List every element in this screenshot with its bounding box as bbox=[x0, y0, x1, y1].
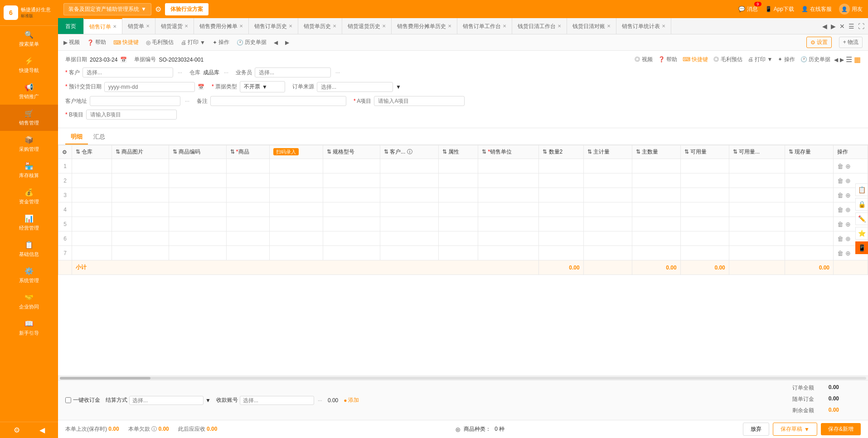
tab-invoice-history[interactable]: 销货单历史 ✕ bbox=[298, 18, 342, 34]
tab-close-icon-6[interactable]: ✕ bbox=[333, 18, 336, 34]
project-b-input[interactable] bbox=[86, 110, 177, 120]
row-4-image[interactable] bbox=[112, 202, 169, 217]
row-7-customer-code[interactable] bbox=[380, 246, 438, 260]
row-4-product[interactable] bbox=[226, 202, 269, 217]
row-2-spec[interactable] bbox=[323, 173, 380, 188]
row-6-available1[interactable] bbox=[680, 231, 729, 246]
view-video-btn[interactable]: ▶ 视频 bbox=[63, 39, 80, 46]
system-selector[interactable]: 装备及固定资产辅助管理系统 ▼ bbox=[63, 3, 151, 15]
row-3-main-qty[interactable] bbox=[632, 188, 680, 202]
shortcut-btn[interactable]: ⌨ 快捷键 bbox=[113, 39, 139, 46]
row-5-stock[interactable] bbox=[785, 217, 833, 231]
settings-btn[interactable]: ⚙ 设置 bbox=[806, 37, 832, 48]
sidebar-item-system[interactable]: ⚙️ 系统管理 bbox=[0, 262, 58, 289]
delivery-calendar-icon[interactable]: 📅 bbox=[198, 84, 204, 90]
row-4-unit[interactable] bbox=[478, 202, 539, 217]
row-3-unit[interactable] bbox=[478, 188, 539, 202]
row-5-main-unit[interactable] bbox=[583, 217, 632, 231]
row-3-product[interactable] bbox=[226, 188, 269, 202]
tab-close-icon-11[interactable]: ✕ bbox=[607, 18, 611, 34]
sidebar-item-purchase[interactable]: 📦 采购管理 bbox=[0, 131, 58, 157]
row-6-customer-code[interactable] bbox=[380, 231, 438, 246]
row-2-customer-code[interactable] bbox=[380, 173, 438, 188]
print-form-icon[interactable]: 🖨 打印 ▼ bbox=[748, 56, 773, 63]
right-panel-btn-4[interactable]: ⭐ bbox=[855, 227, 868, 240]
tab-close-icon-12[interactable]: ✕ bbox=[662, 18, 665, 34]
row-3-qty2[interactable] bbox=[539, 188, 583, 202]
customer-dots[interactable]: ··· bbox=[178, 69, 182, 76]
app-download-link[interactable]: 📱 App下载 bbox=[765, 5, 794, 13]
delete-icon-1[interactable]: 🗑 bbox=[837, 163, 844, 170]
ticket-select[interactable]: 不开票 ▼ bbox=[240, 81, 285, 92]
row-3-warehouse[interactable] bbox=[72, 188, 112, 202]
row-6-stock[interactable] bbox=[785, 231, 833, 246]
tab-close-icon-8[interactable]: ✕ bbox=[448, 18, 451, 34]
tab-sales-return[interactable]: 销货退货 ✕ bbox=[155, 18, 194, 34]
row-6-sku[interactable] bbox=[169, 231, 226, 246]
tab-sales-order[interactable]: 销售订单 ✕ bbox=[84, 18, 122, 34]
delivery-input[interactable] bbox=[104, 82, 195, 92]
row-7-product[interactable] bbox=[226, 246, 269, 260]
salesperson-input[interactable] bbox=[255, 67, 331, 77]
row-1-sku[interactable] bbox=[169, 159, 226, 173]
tab-sales-invoice[interactable]: 销货单 ✕ bbox=[122, 18, 155, 34]
tab-detail[interactable]: 明细 bbox=[65, 130, 88, 144]
address-input[interactable] bbox=[90, 96, 180, 106]
sidebar-item-corp[interactable]: 🤝 企业协同 bbox=[0, 289, 58, 315]
copy-icon-6[interactable]: ⊕ bbox=[845, 235, 851, 242]
row-7-image[interactable] bbox=[112, 246, 169, 260]
row-1-available2[interactable] bbox=[729, 159, 785, 173]
row-2-image[interactable] bbox=[112, 173, 169, 188]
right-panel-btn-1[interactable]: 📋 bbox=[855, 183, 868, 196]
copy-icon-1[interactable]: ⊕ bbox=[845, 163, 851, 170]
tab-order-workbench[interactable]: 销售订单工作台 ✕ bbox=[457, 18, 512, 34]
tab-cash-workbench[interactable]: 钱货日清工作台 ✕ bbox=[512, 18, 567, 34]
tabs-next-icon[interactable]: ▶ bbox=[829, 22, 838, 31]
delete-icon-7[interactable]: 🗑 bbox=[837, 250, 844, 257]
row-4-qty2[interactable] bbox=[539, 202, 583, 217]
add-material-btn[interactable]: + 物流 bbox=[839, 37, 863, 48]
tab-home[interactable]: 首页 bbox=[58, 18, 84, 34]
tab-close-icon-5[interactable]: ✕ bbox=[289, 18, 292, 34]
history-form-icon[interactable]: 🕐 历史单据 bbox=[800, 56, 830, 63]
operation-btn[interactable]: ✦ 操作 bbox=[213, 39, 229, 46]
row-1-customer-code[interactable] bbox=[380, 159, 438, 173]
row-5-unit[interactable] bbox=[478, 217, 539, 231]
row-6-warehouse[interactable] bbox=[72, 231, 112, 246]
row-1-warehouse[interactable] bbox=[72, 159, 112, 173]
row-4-available2[interactable] bbox=[729, 202, 785, 217]
row-1-spec[interactable] bbox=[323, 159, 380, 173]
row-3-sku[interactable] bbox=[169, 188, 226, 202]
sidebar-collapse-icon[interactable]: ◀ bbox=[39, 426, 45, 434]
row-3-stock[interactable] bbox=[785, 188, 833, 202]
copy-icon-2[interactable]: ⊕ bbox=[845, 177, 851, 184]
online-service-link[interactable]: 👤 在线客服 bbox=[801, 5, 832, 13]
row-6-main-qty[interactable] bbox=[632, 231, 680, 246]
list-view-icon[interactable]: ☰ bbox=[846, 55, 852, 64]
calendar-icon[interactable]: 📅 bbox=[120, 57, 127, 63]
message-center[interactable]: 💬 消息 9 bbox=[738, 5, 758, 13]
view-icon[interactable]: ◎ 视频 bbox=[635, 56, 652, 63]
right-panel-btn-5[interactable]: 📱 bbox=[855, 241, 868, 254]
row-2-unit[interactable] bbox=[478, 173, 539, 188]
sidebar-item-guide[interactable]: 📖 新手引导 bbox=[0, 315, 58, 341]
col-settings[interactable]: ⚙ bbox=[58, 145, 72, 159]
row-2-warehouse[interactable] bbox=[72, 173, 112, 188]
sidebar-item-quicknav[interactable]: ⚡ 快捷导航 bbox=[0, 52, 58, 78]
row-1-product[interactable] bbox=[226, 159, 269, 173]
right-panel-btn-3[interactable]: ✏️ bbox=[855, 212, 868, 225]
row-5-warehouse[interactable] bbox=[72, 217, 112, 231]
row-3-spec[interactable] bbox=[323, 188, 380, 202]
tab-close-icon[interactable]: ✕ bbox=[113, 19, 116, 35]
row-6-spec[interactable] bbox=[323, 231, 380, 246]
sidebar-item-inventory[interactable]: 🏪 库存核算 bbox=[0, 157, 58, 183]
tab-close-icon-9[interactable]: ✕ bbox=[503, 18, 506, 34]
row-1-attr[interactable] bbox=[438, 159, 478, 173]
row-4-customer-code[interactable] bbox=[380, 202, 438, 217]
row-1-main-unit[interactable] bbox=[583, 159, 632, 173]
tab-close-icon-2[interactable]: ✕ bbox=[146, 18, 150, 34]
sidebar-item-marketing[interactable]: 📢 营销推广 bbox=[0, 78, 58, 105]
right-panel-btn-2[interactable]: 🔒 bbox=[855, 198, 868, 211]
project-a-input[interactable] bbox=[374, 96, 465, 106]
profit-form-icon[interactable]: ◎ 毛利预估 bbox=[713, 56, 742, 63]
